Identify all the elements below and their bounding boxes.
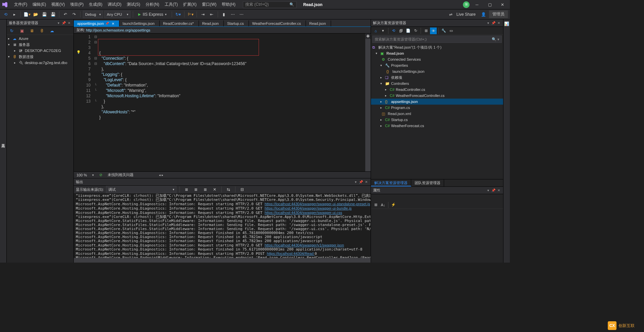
- wrap-icon[interactable]: ⇆: [225, 186, 232, 193]
- autohide-icon[interactable]: ▾: [353, 180, 358, 184]
- comment-icon[interactable]: ▮: [220, 11, 228, 18]
- save-icon[interactable]: 💾: [41, 11, 48, 18]
- step-icon[interactable]: ⇥: [199, 11, 207, 18]
- uncomment-icon[interactable]: ⋯: [229, 11, 236, 18]
- solution-search-input[interactable]: 搜索解决方案资源管理器(Ctrl+;) 🔍 ▾: [372, 36, 502, 43]
- step-out-icon[interactable]: ⇤: [208, 11, 215, 18]
- pin-icon[interactable]: 📌: [105, 22, 109, 25]
- output-source-dropdown[interactable]: 调试: [106, 186, 176, 193]
- menu-工具(T)[interactable]: 工具(T): [162, 2, 180, 7]
- open-file-icon[interactable]: 📂: [32, 11, 39, 18]
- code-content[interactable]: { "Connection": { "dbContent": "Data Sou…: [98, 34, 365, 171]
- live-share-button[interactable]: Live Share: [454, 12, 478, 17]
- zoom-level[interactable]: 100 %: [76, 173, 87, 177]
- nav-forward-icon[interactable]: ▸: [11, 11, 18, 18]
- minimize-button[interactable]: ─: [472, 1, 482, 9]
- preview-icon[interactable]: 👁: [430, 27, 437, 34]
- close-button[interactable]: ✕: [497, 1, 508, 9]
- clear-icon[interactable]: ✕: [211, 186, 218, 193]
- editor-tab[interactable]: Read.json: [306, 20, 331, 26]
- issues-label[interactable]: 未找到相关问题: [108, 172, 133, 177]
- sync-icon[interactable]: 🗐: [397, 27, 404, 34]
- global-search-input[interactable]: 搜索 (Ctrl+Q) 🔍: [243, 1, 297, 8]
- tree-connection-item[interactable]: ▸🔌desktop-ac7g2eg.test.dbo: [7, 60, 73, 66]
- schema-url[interactable]: http://json.schemastore.org/appsettings: [86, 28, 150, 32]
- new-project-icon[interactable]: 📄▾: [23, 11, 31, 18]
- menu-生成(B)[interactable]: 生成(B): [86, 2, 105, 7]
- config-dropdown[interactable]: Debug: [83, 11, 103, 18]
- output-body[interactable]: “iisexpress.exe”(CoreCLR: clrhost): 已加载“…: [74, 193, 371, 258]
- refresh-icon[interactable]: ↻▾: [174, 11, 182, 18]
- appsettings-file[interactable]: ▸{}appsettings.json: [371, 99, 503, 105]
- close-panel-icon[interactable]: ✕: [496, 21, 501, 25]
- maximize-button[interactable]: ▢: [484, 1, 495, 9]
- prev-icon[interactable]: ≣: [192, 186, 200, 193]
- autohide-icon[interactable]: ▾: [486, 188, 490, 193]
- azure-icon[interactable]: ☁: [48, 27, 56, 35]
- menu-文件(F)[interactable]: 文件(F): [11, 2, 30, 7]
- tree-azure[interactable]: ▸☁Azure: [7, 36, 73, 42]
- code-editor[interactable]: 💡 12345678910111213 ⊟⊟ ⊟⊟ └└ └ { "Connec…: [74, 34, 371, 171]
- controllers-folder[interactable]: ▾📁Controllers: [371, 80, 503, 87]
- menu-测试(S)[interactable]: 测试(S): [124, 2, 143, 7]
- menu-分析(N)[interactable]: 分析(N): [143, 2, 162, 7]
- platform-dropdown[interactable]: Any CPU: [104, 11, 130, 18]
- browser-link-icon[interactable]: 🏳▾: [187, 11, 194, 18]
- close-panel-icon[interactable]: ✕: [67, 21, 71, 25]
- show-all-icon[interactable]: 📄: [405, 27, 412, 34]
- vertical-scrollbar[interactable]: [365, 34, 371, 171]
- alpha-icon[interactable]: A↓: [380, 202, 386, 208]
- horizontal-scrollbar[interactable]: [74, 258, 371, 263]
- menu-调试(D)[interactable]: 调试(D): [105, 2, 124, 7]
- readxml-file[interactable]: ◫Read.json.xml: [371, 111, 503, 117]
- launchsettings-file[interactable]: {}launchSettings.json: [371, 68, 503, 74]
- goto-icon[interactable]: ≣: [183, 186, 190, 193]
- tree-data-connections[interactable]: ▾🛢数据连接: [7, 54, 73, 60]
- editor-tab[interactable]: ReadController.cs*: [160, 20, 199, 26]
- startup-file[interactable]: ▸C#Startup.cs: [371, 117, 503, 123]
- dependencies-node[interactable]: ▸❏依赖项: [371, 74, 503, 80]
- menu-帮助(H)[interactable]: 帮助(H): [219, 2, 238, 7]
- user-avatar[interactable]: 张: [463, 1, 470, 8]
- editor-tab[interactable]: Read.json: [199, 20, 224, 26]
- pin-icon[interactable]: 📌: [491, 188, 496, 193]
- tab-team-explorer[interactable]: 团队资源管理器: [411, 179, 444, 186]
- pin-icon[interactable]: 📌: [359, 180, 363, 184]
- wrench-icon[interactable]: 🔧: [440, 27, 447, 34]
- menu-扩展(X)[interactable]: 扩展(X): [180, 2, 199, 7]
- stop-icon[interactable]: ▣: [18, 27, 25, 35]
- collapse-icon[interactable]: ▾: [380, 27, 386, 34]
- tab-solution-explorer[interactable]: 解决方案资源管理器: [371, 179, 411, 186]
- project-node[interactable]: ▾▣Read.json: [371, 50, 503, 56]
- close-tab-icon[interactable]: ✕: [112, 22, 114, 25]
- save-all-icon[interactable]: 💾: [49, 11, 57, 18]
- properties-icon[interactable]: ⊞: [423, 27, 429, 34]
- editor-tab[interactable]: WeatherForecastController.cs: [249, 20, 306, 26]
- toolbox-tab[interactable]: 工具箱: [0, 19, 7, 263]
- refresh-icon[interactable]: ↻: [8, 27, 15, 35]
- feedback-icon[interactable]: 👤: [480, 11, 487, 18]
- weathercontroller-file[interactable]: ▸C#WeatherForecastController.cs: [371, 93, 503, 99]
- msg-icon[interactable]: ⊟: [238, 186, 246, 193]
- editor-tab[interactable]: launchSettings.json: [119, 20, 160, 26]
- connect-server-icon[interactable]: 🖥: [28, 27, 36, 35]
- nav-back-icon[interactable]: ⟲: [2, 11, 9, 18]
- run-button[interactable]: ▶ IIS Express ▾: [136, 11, 169, 18]
- split-icon[interactable]: ✚: [365, 34, 371, 39]
- next-icon[interactable]: ≣: [202, 186, 209, 193]
- close-panel-icon[interactable]: ✕: [364, 180, 369, 184]
- tree-servers[interactable]: ▾🖥服务器: [7, 42, 73, 48]
- connect-db-icon[interactable]: 🛢: [38, 27, 46, 35]
- editor-tab[interactable]: appsettings.json📌✕: [74, 20, 119, 26]
- menu-项目(P)[interactable]: 项目(P): [67, 2, 86, 7]
- undo-icon[interactable]: ↶: [62, 11, 69, 18]
- solution-root[interactable]: ⧉解决方案"Read.json"(1 个项目/共 1 个): [371, 44, 503, 50]
- home-icon[interactable]: ⌂: [372, 27, 379, 34]
- refresh-icon[interactable]: ↻: [412, 27, 419, 34]
- pending-icon[interactable]: ⟲: [390, 27, 397, 34]
- connected-services[interactable]: ⚙Connected Services: [371, 56, 503, 62]
- editor-tab[interactable]: Startup.cs: [224, 20, 249, 26]
- redo-icon[interactable]: ↷: [70, 11, 78, 18]
- weatherforecast-file[interactable]: ▸C#WeatherForecast.cs: [371, 123, 503, 129]
- pin-icon[interactable]: 📌: [491, 21, 496, 25]
